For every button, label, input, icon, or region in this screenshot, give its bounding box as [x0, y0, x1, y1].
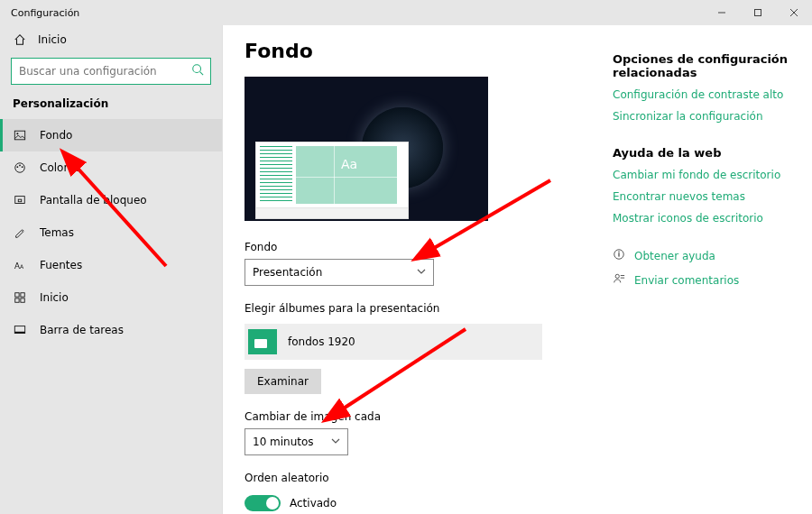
shuffle-toggle[interactable] — [245, 495, 281, 511]
background-dropdown-value: Presentación — [253, 266, 322, 279]
search-input[interactable] — [11, 58, 211, 85]
palette-icon — [13, 161, 27, 174]
svg-rect-6 — [14, 131, 24, 140]
maximize-button[interactable] — [740, 0, 776, 25]
sidebar-item-label: Fondo — [40, 129, 72, 142]
link-change-wallpaper[interactable]: Cambiar mi fondo de escritorio — [613, 169, 799, 181]
svg-rect-24 — [618, 251, 619, 252]
interval-label: Cambiar de imagen cada — [245, 410, 586, 423]
title-bar: Configuración — [0, 0, 812, 25]
sidebar-item-temas[interactable]: Temas — [0, 216, 222, 249]
shuffle-state: Activado — [290, 497, 337, 509]
close-button[interactable] — [776, 0, 812, 25]
sidebar-item-colores[interactable]: Colores — [0, 151, 222, 184]
page-heading: Fondo — [245, 40, 586, 62]
paint-icon — [13, 226, 27, 239]
feedback-link[interactable]: Enviar comentarios — [613, 272, 799, 288]
sidebar-item-fondo[interactable]: Fondo — [0, 119, 222, 151]
svg-rect-21 — [14, 332, 24, 334]
sidebar-item-label: Temas — [40, 226, 74, 239]
sidebar-item-inicio[interactable]: Inicio — [0, 281, 222, 314]
sidebar-item-label: Pantalla de bloqueo — [40, 194, 147, 207]
svg-rect-13 — [18, 199, 22, 202]
interval-value: 10 minutos — [253, 436, 314, 448]
svg-rect-18 — [15, 298, 19, 302]
browse-button[interactable]: Examinar — [245, 369, 321, 394]
link-find-themes[interactable]: Encontrar nuevos temas — [613, 190, 799, 203]
svg-rect-23 — [618, 252, 619, 256]
link-high-contrast[interactable]: Configuración de contraste alto — [613, 88, 799, 101]
minimize-button[interactable] — [704, 0, 740, 25]
svg-point-8 — [15, 163, 25, 173]
chevron-down-icon — [417, 266, 426, 279]
section-title: Personalización — [0, 94, 222, 119]
help-icon — [613, 248, 625, 263]
image-icon — [13, 129, 27, 142]
svg-rect-16 — [15, 293, 19, 297]
taskbar-icon — [13, 324, 27, 336]
svg-point-4 — [193, 65, 201, 73]
font-icon: AA — [13, 259, 27, 271]
chevron-down-icon — [331, 436, 340, 448]
svg-point-10 — [19, 165, 21, 167]
window-title: Configuración — [11, 7, 79, 19]
home-icon — [13, 33, 27, 46]
shuffle-label: Orden aleatorio — [245, 472, 586, 484]
sidebar-item-label: Barra de tareas — [40, 324, 124, 336]
sidebar-item-pantalla-de-bloqueo[interactable]: Pantalla de bloqueo — [0, 184, 222, 216]
svg-point-11 — [22, 166, 23, 168]
interval-dropdown[interactable]: 10 minutos — [245, 428, 348, 455]
sidebar-item-barra-de-tareas[interactable]: Barra de tareas — [0, 314, 222, 346]
sidebar-item-label: Colores — [40, 161, 80, 174]
background-label: Fondo — [245, 241, 586, 253]
folder-icon — [248, 329, 277, 354]
link-show-desktop-icons[interactable]: Mostrar iconos de escritorio — [613, 212, 799, 225]
home-label: Inicio — [38, 33, 67, 46]
svg-rect-19 — [21, 298, 24, 302]
svg-line-5 — [200, 72, 204, 76]
sidebar-item-label: Inicio — [40, 291, 69, 304]
svg-text:A: A — [20, 263, 24, 270]
svg-point-7 — [16, 133, 18, 134]
sidebar-item-fuentes[interactable]: AAFuentes — [0, 249, 222, 281]
lock-icon — [13, 194, 27, 207]
svg-rect-1 — [755, 10, 761, 16]
related-title: Opciones de configuración relacionadas — [613, 52, 799, 79]
background-preview: Aa — [245, 77, 488, 221]
home-link[interactable]: Inicio — [0, 25, 222, 54]
svg-text:A: A — [14, 262, 20, 271]
album-item[interactable]: fondos 1920 — [245, 324, 542, 360]
album-name: fondos 1920 — [288, 335, 355, 348]
background-dropdown[interactable]: Presentación — [245, 259, 434, 286]
right-rail: Opciones de configuración relacionadas C… — [607, 25, 812, 514]
sidebar: Inicio Personalización FondoColoresPanta… — [0, 25, 223, 514]
search-icon — [191, 63, 204, 78]
svg-rect-17 — [21, 293, 24, 297]
svg-point-9 — [17, 166, 19, 168]
svg-point-25 — [615, 274, 619, 278]
web-help-title: Ayuda de la web — [613, 146, 799, 160]
sidebar-item-label: Fuentes — [40, 259, 82, 271]
feedback-icon — [613, 272, 625, 288]
link-sync-settings[interactable]: Sincronizar la configuración — [613, 110, 799, 123]
albums-label: Elegir álbumes para la presentación — [245, 302, 586, 315]
get-help-link[interactable]: Obtener ayuda — [613, 248, 799, 263]
content-area: Fondo Aa Fondo Presentación Elegir álbum… — [223, 25, 607, 514]
start-icon — [13, 291, 27, 304]
